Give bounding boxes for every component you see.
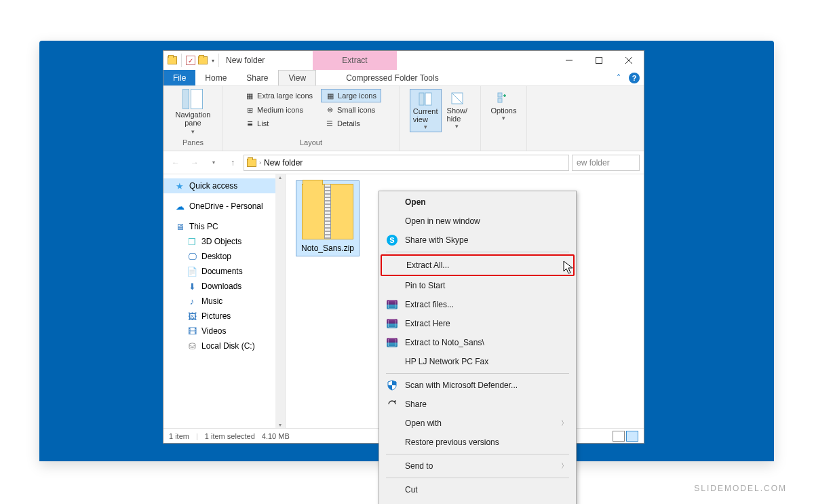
tree-videos[interactable]: 🎞Videos xyxy=(163,324,285,338)
options-button[interactable]: Options▾ xyxy=(488,89,520,123)
status-selected: 1 item selected xyxy=(205,432,255,440)
show-hide-button[interactable]: Show/ hide▾ xyxy=(444,89,471,132)
ctx-extract-files[interactable]: Extract files... xyxy=(381,295,575,314)
tree-documents[interactable]: 📄Documents xyxy=(163,264,285,279)
ctx-extract-all[interactable]: Extract All... xyxy=(381,254,575,276)
star-icon: ★ xyxy=(174,180,185,191)
video-icon: 🎞 xyxy=(187,326,197,336)
back-button[interactable]: ← xyxy=(168,155,184,171)
address-bar: ← → ▾ ↑ › New folder ew folder xyxy=(163,151,644,174)
ctx-restore-versions[interactable]: Restore previous versions xyxy=(381,433,575,452)
svg-rect-1 xyxy=(596,58,602,64)
qat-dropdown-icon[interactable]: ▾ xyxy=(212,58,214,64)
folder-icon xyxy=(247,159,256,167)
tab-view[interactable]: View xyxy=(278,70,316,85)
status-item-count: 1 item xyxy=(169,432,189,440)
layout-small[interactable]: ⁜Small icons xyxy=(321,104,381,116)
search-input[interactable]: ew folder xyxy=(572,155,640,171)
tree-music[interactable]: ♪Music xyxy=(163,294,285,309)
svg-rect-9 xyxy=(498,98,502,102)
ctx-extract-here[interactable]: Extract Here xyxy=(381,314,575,333)
title-bar: ✓ ▾ New folder Extract xyxy=(163,51,644,70)
ctx-open[interactable]: Open xyxy=(381,193,575,212)
tree-local-disk[interactable]: ⛁Local Disk (C:) xyxy=(163,338,285,353)
winrar-icon xyxy=(387,300,398,309)
view-details-toggle[interactable] xyxy=(613,431,625,442)
chevron-right-icon: 〉 xyxy=(561,419,568,428)
tree-desktop[interactable]: 🖵Desktop xyxy=(163,249,285,264)
layout-extra-large[interactable]: ▦Extra large icons xyxy=(241,89,317,102)
navigation-pane-button[interactable]: Navigation pane ▾ xyxy=(176,89,211,135)
chevron-right-icon: 〉 xyxy=(561,461,568,471)
cube-icon: ❒ xyxy=(187,236,197,247)
picture-icon: 🖼 xyxy=(187,311,197,322)
layout-medium[interactable]: ⊞Medium icons xyxy=(241,104,317,116)
document-icon: 📄 xyxy=(187,266,197,277)
ctx-scan-defender[interactable]: Scan with Microsoft Defender... xyxy=(381,376,575,395)
tab-file[interactable]: File xyxy=(163,70,195,85)
layout-details[interactable]: ☰Details xyxy=(321,117,381,130)
breadcrumb[interactable]: › New folder xyxy=(244,155,569,171)
ribbon-group-panes: Panes xyxy=(182,138,204,148)
cursor-icon xyxy=(563,260,574,275)
window-title: New folder xyxy=(226,56,265,65)
chevron-down-icon: ▾ xyxy=(191,128,195,135)
up-button[interactable]: ↑ xyxy=(225,155,241,171)
disk-icon: ⛁ xyxy=(187,341,197,351)
ribbon: Navigation pane ▾ Panes ▦Extra large ico… xyxy=(163,86,644,151)
recent-dropdown[interactable]: ▾ xyxy=(206,155,222,171)
ctx-send-to[interactable]: Send to〉 xyxy=(381,457,575,476)
tree-pictures[interactable]: 🖼Pictures xyxy=(163,309,285,324)
pc-icon: 🖥 xyxy=(174,221,185,232)
view-large-toggle[interactable] xyxy=(626,431,638,442)
tree-3d-objects[interactable]: ❒3D Objects xyxy=(163,234,285,249)
svg-rect-8 xyxy=(498,93,502,97)
current-view-button[interactable]: Current view▾ xyxy=(410,89,442,132)
ribbon-group-layout: Layout xyxy=(300,138,322,148)
tab-home[interactable]: Home xyxy=(195,70,237,85)
ctx-copy[interactable]: Copy xyxy=(381,499,575,504)
breadcrumb-segment[interactable]: New folder xyxy=(264,158,303,168)
zip-folder-icon xyxy=(302,184,353,239)
download-icon: ⬇ xyxy=(187,281,197,292)
music-icon: ♪ xyxy=(187,296,197,307)
maximize-button[interactable] xyxy=(584,51,614,70)
cloud-icon: ☁ xyxy=(174,201,185,212)
status-size: 4.10 MB xyxy=(262,432,290,440)
qat-properties-icon[interactable]: ✓ xyxy=(186,56,195,65)
ctx-share[interactable]: Share xyxy=(381,395,575,414)
desktop-icon: 🖵 xyxy=(187,251,197,262)
sidebar-scrollbar[interactable] xyxy=(275,174,285,428)
minimize-button[interactable] xyxy=(554,51,584,70)
ribbon-collapse-icon[interactable]: ˄ xyxy=(613,70,625,85)
ctx-hp-fax[interactable]: HP LJ Network PC Fax xyxy=(381,352,575,371)
ctx-pin-to-start[interactable]: Pin to Start xyxy=(381,276,575,295)
file-noto-sans-zip[interactable]: Noto_Sans.zip xyxy=(296,181,359,256)
ctx-open-new-window[interactable]: Open in new window xyxy=(381,212,575,231)
share-icon xyxy=(387,399,398,410)
tab-compressed-tools[interactable]: Compressed Folder Tools xyxy=(336,70,448,85)
ctx-share-skype[interactable]: SShare with Skype xyxy=(381,231,575,250)
tab-share[interactable]: Share xyxy=(237,70,278,85)
forward-button[interactable]: → xyxy=(187,155,203,171)
svg-rect-4 xyxy=(419,93,424,105)
layout-large[interactable]: ▦Large icons xyxy=(321,89,381,102)
qat-newfolder-icon[interactable] xyxy=(198,56,208,64)
navigation-tree: ★ Quick access ☁ OneDrive - Personal 🖥 T… xyxy=(163,174,286,428)
ctx-extract-to[interactable]: Extract to Noto_Sans\ xyxy=(381,333,575,352)
shield-icon xyxy=(387,380,398,391)
folder-icon xyxy=(168,56,177,64)
contextual-tab-extract[interactable]: Extract xyxy=(313,51,397,70)
ctx-cut[interactable]: Cut xyxy=(381,480,575,499)
close-button[interactable] xyxy=(614,51,644,70)
help-icon[interactable]: ? xyxy=(625,70,644,85)
tree-quick-access[interactable]: ★ Quick access xyxy=(163,178,285,193)
tree-this-pc[interactable]: 🖥 This PC xyxy=(163,219,285,234)
tree-onedrive[interactable]: ☁ OneDrive - Personal xyxy=(163,199,285,214)
file-name: Noto_Sans.zip xyxy=(299,244,356,253)
layout-list[interactable]: ≣List xyxy=(241,117,317,130)
ctx-open-with[interactable]: Open with〉 xyxy=(381,414,575,433)
tree-downloads[interactable]: ⬇Downloads xyxy=(163,279,285,294)
backdrop: ✓ ▾ New folder Extract File Home Share V… xyxy=(39,41,774,461)
svg-rect-5 xyxy=(425,93,431,105)
